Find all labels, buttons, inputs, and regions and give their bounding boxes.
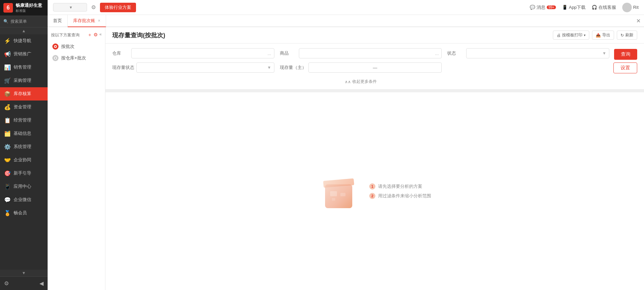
collapse-label: 收起更多条件 xyxy=(352,79,377,85)
status-field: 状态 ▼ xyxy=(447,48,609,58)
service-icon: 🎧 xyxy=(592,5,597,10)
sidebar-item-icon-sales: 📊 xyxy=(4,64,11,71)
sidebar-item-enterprise[interactable]: 🤝 企业协同 xyxy=(0,153,48,167)
tabbar-close-btn[interactable]: ✕ xyxy=(633,15,644,26)
tab-batch-account[interactable]: 库存批次账 × xyxy=(68,15,106,27)
sidebar-item-system[interactable]: ⚙️ 系统管理 xyxy=(0,140,48,153)
sidebar-settings-btn[interactable]: ⚙ xyxy=(4,280,9,287)
sidebar-item-label-inventory: 库存核算 xyxy=(14,91,44,97)
filter-item-warehouse-batch[interactable]: 按仓库+批次 xyxy=(48,52,105,64)
print-dropdown-icon[interactable]: ▾ xyxy=(584,33,586,37)
sidebar-item-label-sales: 销售管理 xyxy=(14,64,44,70)
empty-box xyxy=(325,184,352,208)
main: ▾ ⚙ 体验行业方案 💬 消息 99+ 📱 App下载 🎧 在线客服 Rit xyxy=(48,0,644,290)
sidebar-item-finance[interactable]: 💰 资金管理 xyxy=(0,101,48,114)
warehouse-field: 仓库 ... xyxy=(112,48,274,58)
filter-header-label: 按以下方案查询 xyxy=(51,32,80,38)
messages-label: 消息 xyxy=(537,4,545,11)
sidebar-brand: 畅康通好生意 标准版 xyxy=(16,3,42,13)
product-input-dots[interactable]: ... xyxy=(435,51,439,56)
sidebar-item-icon-vip: 🏅 xyxy=(4,210,11,216)
sidebar-item-label-guide: 新手引导 xyxy=(14,170,44,176)
user-label: Rit xyxy=(633,5,639,10)
product-field: 商品 ... xyxy=(280,48,442,58)
user-btn[interactable]: Rit xyxy=(622,3,639,12)
inventory-status-dropdown-icon: ▼ xyxy=(267,65,271,70)
svg-point-3 xyxy=(55,57,56,59)
sidebar-item-basic[interactable]: 🗂️ 基础信息 xyxy=(0,127,48,140)
filter-add-btn[interactable]: ＋ xyxy=(87,32,92,38)
filter-warehouse-batch-label: 按仓库+批次 xyxy=(61,55,86,61)
online-service-btn[interactable]: 🎧 在线客服 xyxy=(592,4,616,11)
page-header: 现存量查询(按批次) 🖨 按模板打印 ▾ 📤 导出 ↻ 刷新 xyxy=(105,27,644,43)
sidebar-item-label-vip: 畅会员 xyxy=(14,210,44,216)
sidebar-item-apps[interactable]: 📱 应用中心 xyxy=(0,180,48,193)
filter-collapse-btn[interactable]: « xyxy=(99,32,102,38)
sidebar-item-quick-nav[interactable]: ⚡ 快捷导航 xyxy=(0,34,48,48)
inventory-qty-range[interactable]: — xyxy=(308,62,442,73)
topbar-gear-icon[interactable]: ⚙ xyxy=(91,4,96,11)
filter-actions: ＋ ⚙ « xyxy=(87,32,102,38)
search-form: 仓库 ... 商品 ... xyxy=(105,43,644,90)
sidebar-item-operations[interactable]: 📋 经营管理 xyxy=(0,114,48,127)
product-input[interactable]: ... xyxy=(299,48,442,58)
warehouse-input[interactable]: ... xyxy=(131,48,274,58)
warehouse-label: 仓库 xyxy=(112,50,129,56)
sidebar-item-icon-enterprise: 🤝 xyxy=(4,157,11,163)
tab-batch-account-label: 库存批次账 xyxy=(73,18,95,24)
sidebar-item-wechat[interactable]: 💬 企业微信 xyxy=(0,193,48,206)
warehouse-input-dots[interactable]: ... xyxy=(268,51,271,56)
empty-hint-item-1: 1 请先选择要分析的方案 xyxy=(369,183,431,189)
messages-btn[interactable]: 💬 消息 99+ xyxy=(530,4,556,11)
print-btn[interactable]: 🖨 按模板打印 ▾ xyxy=(553,31,589,40)
experience-btn[interactable]: 体验行业方案 xyxy=(100,3,136,12)
refresh-btn[interactable]: ↻ 刷新 xyxy=(617,31,637,40)
tab-home-label: 首页 xyxy=(53,18,62,24)
sidebar-logo: 6 xyxy=(3,3,13,13)
print-label: 按模板打印 xyxy=(562,32,582,38)
sidebar-scroll-down[interactable]: ▼ xyxy=(0,270,48,276)
sidebar-item-icon-system: ⚙️ xyxy=(4,144,11,150)
sidebar-scroll-up[interactable]: ▲ xyxy=(0,28,48,34)
filter-item-batch[interactable]: 按批次 xyxy=(48,41,105,52)
sidebar-search[interactable]: 🔍 搜索菜单 xyxy=(0,16,48,28)
status-select[interactable]: ▼ xyxy=(466,48,609,58)
sidebar-item-purchase[interactable]: 🛒 采购管理 xyxy=(0,74,48,87)
inventory-status-select[interactable]: ▼ xyxy=(136,62,274,73)
hint-2-number: 2 xyxy=(369,193,375,199)
sidebar-item-marketing[interactable]: 📢 营销推广 xyxy=(0,48,48,61)
topbar: ▾ ⚙ 体验行业方案 💬 消息 99+ 📱 App下载 🎧 在线客服 Rit xyxy=(48,0,644,15)
query-btn[interactable]: 查询 xyxy=(614,49,637,60)
settings-btn[interactable]: 设置 xyxy=(613,62,637,73)
sidebar-item-icon-inventory: 📦 xyxy=(4,91,11,97)
hint-2-text: 用过滤条件来缩小分析范围 xyxy=(378,193,431,199)
form-row-2: 现存量状态 ▼ 现存量（主） — xyxy=(112,62,609,73)
export-btn[interactable]: 📤 导出 xyxy=(592,31,614,40)
sidebar-scroll: ⚡ 快捷导航 📢 营销推广 📊 销售管理 🛒 采购管理 📦 库存核算 💰 资金管… xyxy=(0,34,48,270)
sidebar-item-vip[interactable]: 🏅 畅会员 xyxy=(0,206,48,220)
brand-sub: 标准版 xyxy=(16,8,42,13)
collapse-more-btn[interactable]: ∧∧ 收起更多条件 xyxy=(112,77,609,87)
sidebar-item-label-system: 系统管理 xyxy=(14,144,44,150)
topbar-dropdown-btn[interactable]: ▾ xyxy=(70,5,72,10)
topbar-search-wrap[interactable]: ▾ xyxy=(53,3,87,12)
sidebar-collapse-btn[interactable]: ◀ xyxy=(39,280,44,287)
sidebar-item-label-apps: 应用中心 xyxy=(14,183,44,189)
main-panel: 现存量查询(按批次) 🖨 按模板打印 ▾ 📤 导出 ↻ 刷新 xyxy=(105,27,644,290)
tab-home[interactable]: 首页 xyxy=(48,15,68,26)
sidebar-item-icon-marketing: 📢 xyxy=(4,51,11,57)
app-download-btn[interactable]: 📱 App下载 xyxy=(562,4,586,11)
tab-close-btn[interactable]: × xyxy=(98,18,100,23)
sidebar-item-inventory[interactable]: 📦 库存核算 xyxy=(0,87,48,101)
filter-batch-label: 按批次 xyxy=(61,43,74,50)
empty-hint-item-2: 2 用过滤条件来缩小分析范围 xyxy=(369,193,431,199)
online-service-label: 在线客服 xyxy=(598,4,616,11)
sidebar-item-label-basic: 基础信息 xyxy=(14,130,44,137)
form-row-1: 仓库 ... 商品 ... xyxy=(112,48,609,58)
filter-settings-btn[interactable]: ⚙ xyxy=(94,32,98,38)
sidebar-item-guide[interactable]: 🎯 新手引导 xyxy=(0,167,48,180)
sidebar-item-sales[interactable]: 📊 销售管理 xyxy=(0,61,48,74)
inventory-qty-label: 现存量（主） xyxy=(280,65,306,71)
filter-header-left: 按以下方案查询 xyxy=(51,32,80,38)
status-label: 状态 xyxy=(447,50,464,56)
